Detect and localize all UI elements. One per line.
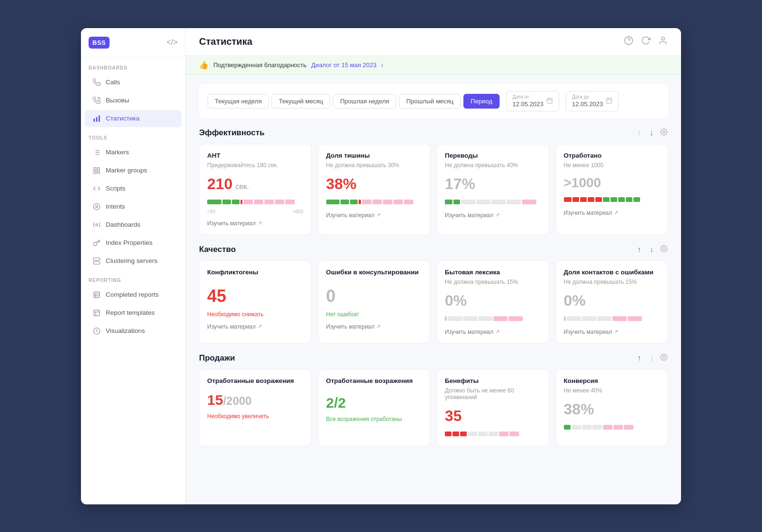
svg-rect-31 (547, 98, 552, 103)
filter-current-week[interactable]: Текущая неделя (208, 94, 269, 109)
sidebar-item-completed-reports[interactable]: Completed reports (85, 286, 181, 303)
card-ant-range-max: >800 (292, 209, 303, 214)
sidebar-item-markers[interactable]: Markers (85, 144, 181, 161)
logo: BSS (89, 37, 110, 49)
card-objections-1-title: Отработанные возражения (207, 377, 303, 384)
intents-icon (92, 202, 101, 211)
card-silence-link[interactable]: Изучить материал ↗ (326, 212, 422, 219)
main-content: Статистика 👍 Подтвержденная благодарност… (186, 28, 681, 504)
card-bytovaya-title: Бытовая лексика (445, 269, 541, 276)
filter-prev-month[interactable]: Прошлый месяц (399, 94, 461, 109)
sidebar-item-vyzovy[interactable]: Вызовы (85, 92, 181, 109)
external-link-icon-8: ↗ (614, 329, 618, 335)
external-link-icon-7: ↗ (495, 329, 500, 335)
sidebar-item-markers-label: Markers (106, 149, 129, 156)
sidebar-item-calls[interactable]: Calls (85, 74, 181, 91)
card-conflictogens-link[interactable]: Изучить материал ↗ (207, 323, 303, 330)
section-p-down-icon[interactable]: ↓ (648, 353, 655, 363)
notification-arrow: › (381, 61, 383, 69)
sidebar-item-dashboards[interactable]: Dashboards (85, 216, 181, 233)
card-transfers-value: 17% (445, 175, 475, 192)
sidebar-item-index-properties[interactable]: Index Properties (85, 234, 181, 251)
calendar-from-icon[interactable] (546, 97, 553, 105)
card-bytovaya-subtitle: Не должна превышать 15% (445, 279, 541, 285)
sidebar-item-scripts[interactable]: Scripts (85, 180, 181, 197)
card-transfers-link[interactable]: Изучить материал ↗ (445, 212, 541, 219)
refresh-icon[interactable] (641, 36, 651, 48)
section-kachestvo-title: Качество (199, 245, 236, 254)
svg-rect-20 (94, 292, 100, 298)
sidebar-item-index-properties-label: Index Properties (106, 239, 152, 246)
help-icon[interactable] (624, 36, 633, 48)
section-gear-icon[interactable] (660, 128, 668, 138)
sidebar-item-statistika[interactable]: Статистика (85, 110, 181, 127)
external-link-icon-6: ↗ (376, 323, 381, 330)
section-k-down-icon[interactable]: ↓ (648, 244, 655, 255)
filter-period[interactable]: Период (463, 94, 500, 109)
sidebar-toggle-icon[interactable]: </> (167, 38, 178, 47)
calendar-to-icon[interactable] (606, 97, 612, 105)
sidebar-item-scripts-label: Scripts (106, 185, 125, 192)
card-transfers: Переводы Не должна превышать 40% 17% (437, 144, 549, 235)
sidebar-item-dashboards-label: Dashboards (106, 221, 140, 228)
key-icon (92, 239, 101, 247)
card-benefits: Бенефиты Должно быть не менее 60 упомина… (437, 369, 549, 446)
sidebar-item-clustering-servers[interactable]: Clustering servers (85, 252, 181, 270)
section-k-gear-icon[interactable] (660, 245, 668, 254)
card-benefits-value: 35 (445, 407, 462, 424)
notification-text: Подтвержденная благодарность (213, 61, 307, 69)
filter-prev-week[interactable]: Прошлая неделя (333, 94, 396, 109)
date-from-field[interactable]: Дата от 12.05.2023 (506, 91, 559, 111)
card-contacts-errors-title: Доля контактов с ошибками (564, 269, 660, 276)
card-contacts-errors-link[interactable]: Изучить материал ↗ (564, 329, 660, 335)
date-to-label: Дата до (572, 95, 603, 100)
card-bytovaya-link[interactable]: Изучить материал ↗ (445, 329, 541, 335)
external-link-icon-5: ↗ (258, 323, 262, 330)
card-ant-link[interactable]: Изучить материал ↗ (207, 220, 303, 227)
card-silence-bar (326, 200, 422, 204)
section-up-icon[interactable]: ↑ (635, 128, 643, 138)
card-contacts-errors-bar (564, 316, 660, 321)
card-ant-value: 210 (207, 175, 232, 193)
sidebar: BSS </> DASHBOARDS Calls Вызовы Статисти… (81, 28, 186, 504)
card-silence: Доля тишины Не должна превышать 30% 38% (318, 144, 431, 235)
card-ant-unit: сек. (235, 182, 249, 191)
date-to-field[interactable]: Дата до 12.05.2023 (566, 91, 619, 111)
card-bytovaya: Бытовая лексика Не должна превышать 15% … (437, 261, 549, 343)
page-title: Статистика (199, 36, 252, 47)
card-conversion-subtitle: Не менее 40% (564, 387, 660, 394)
template-icon (92, 309, 101, 317)
section-kachestvo: Качество ↑ ↓ Конфликтогены 45 (199, 244, 668, 343)
card-conflictogens: Конфликтогены 45 Необходимо снижать Изуч… (199, 261, 311, 343)
card-ant-subtitle: Придерживайтесь 180 сек. (207, 162, 303, 169)
card-consulting-errors-link[interactable]: Изучить материал ↗ (326, 323, 422, 330)
section-p-up-icon[interactable]: ↑ (635, 353, 643, 363)
card-objections-2: Отработанные возражения 2/2 Все возражен… (318, 369, 431, 446)
card-consulting-errors: Ошибки в консультировании 0 Нет ошибок! … (318, 261, 431, 343)
section-prodazhi-controls: ↑ ↓ (635, 353, 668, 363)
section-p-gear-icon[interactable] (660, 353, 668, 363)
card-consulting-errors-title: Ошибки в консультировании (326, 269, 422, 276)
sidebar-item-report-templates[interactable]: Report templates (85, 304, 181, 321)
filter-current-month[interactable]: Текущий месяц (271, 94, 330, 109)
card-ant-range-min: <80 (207, 209, 215, 214)
external-link-icon-3: ↗ (495, 212, 500, 218)
sidebar-item-intents[interactable]: Intents (85, 198, 181, 215)
sidebar-item-visualizations[interactable]: Visualizations (85, 322, 181, 340)
svg-rect-2 (99, 115, 100, 121)
section-down-icon[interactable]: ↓ (648, 128, 655, 138)
section-k-up-icon[interactable]: ↑ (635, 244, 643, 255)
external-link-icon-4: ↗ (614, 210, 618, 216)
phone-icon (92, 78, 101, 87)
user-icon[interactable] (658, 36, 668, 48)
notification-link[interactable]: Диалог от 15 мая 2023 (311, 61, 377, 69)
card-objections-2-status: Все возражения отработаны (326, 416, 422, 422)
list-icon (92, 148, 101, 157)
card-completed-link[interactable]: Изучить материал ↗ (564, 210, 660, 216)
cards-prodazhi: Отработанные возражения 15 /2000 Необход… (199, 369, 668, 446)
sidebar-item-marker-groups[interactable]: Marker groups (85, 162, 181, 179)
cards-kachestvo: Конфликтогены 45 Необходимо снижать Изуч… (199, 261, 668, 343)
date-from-value: 12.05.2023 (512, 100, 543, 108)
svg-rect-0 (93, 119, 95, 122)
card-benefits-subtitle: Должно быть не менее 60 упоминаний (445, 387, 541, 401)
